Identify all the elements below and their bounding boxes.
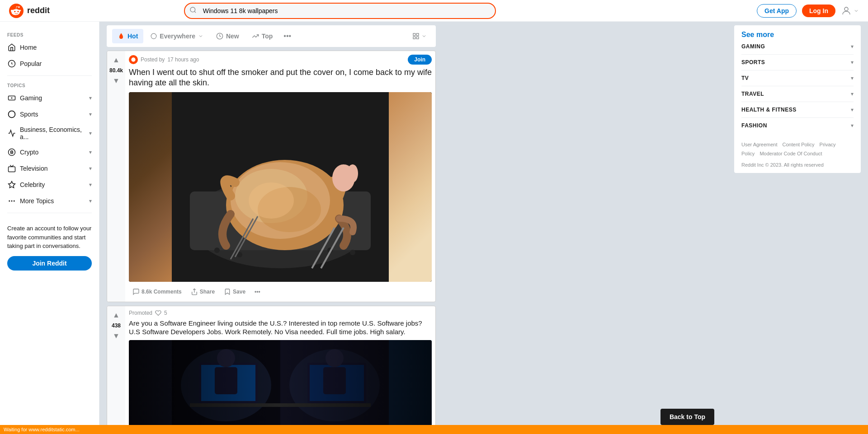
svg-point-14 [14,201,15,201]
sidebar-item-home[interactable]: Home [0,39,99,56]
sidebar-item-more-topics[interactable]: More Topics ▾ [0,193,99,209]
comments-count-1: 8.6k Comments [142,289,182,295]
chevron-down-icon: ▾ [89,95,92,101]
svg-rect-17 [413,33,415,36]
topic-label-gaming: GAMING [741,43,765,50]
vote-column-2: ▲ 438 ▼ [107,306,125,434]
tab-hot[interactable]: Hot [112,29,143,43]
sidebar-item-gaming[interactable]: Gaming ▾ [0,90,99,106]
post-meta-1: Posted by 17 hours ago Join [129,55,432,65]
tab-hot-label: Hot [127,33,138,40]
post-meta-2: Promoted 5 [129,310,432,316]
upvote-button-1[interactable]: ▲ [111,55,122,65]
get-app-button[interactable]: Get App [757,4,797,18]
post-image-1[interactable] [129,92,432,282]
sidebar-business-label: Business, Economics, a... [20,126,85,140]
sidebar-item-business[interactable]: Business, Economics, a... ▾ [0,122,99,144]
chicken-photo [129,92,432,282]
chevron-down-icon-crypto: ▾ [89,149,92,155]
vote-count-2: 438 [112,322,121,329]
topic-item-gaming[interactable]: GAMING ▾ [741,39,854,55]
post-more-button-1[interactable]: ••• [251,286,264,298]
tab-top[interactable]: Top [246,29,278,43]
chevron-down-icon-more: ▾ [89,198,92,204]
join-reddit-button[interactable]: Join Reddit [7,256,92,271]
business-icon [7,129,16,138]
chevron-fashion: ▾ [851,122,854,129]
user-agreement-link[interactable]: User Agreement [741,142,777,147]
sidebar-item-popular[interactable]: Popular [0,56,99,72]
svg-point-44 [181,349,271,421]
topic-item-health[interactable]: HEALTH & FITNESS ▾ [741,102,854,118]
moderator-code-link[interactable]: Moderator Code Of Conduct [760,151,822,156]
sidebar-television-label: Television [20,165,47,172]
vote-count-1: 80.4k [109,67,123,74]
svg-point-49 [289,349,380,421]
svg-point-3 [844,7,848,11]
logo[interactable]: reddit [9,4,50,18]
content-policy-link[interactable]: Content Policy [783,142,815,147]
tab-top-label: Top [262,33,273,40]
topic-item-tv[interactable]: TV ▾ [741,70,854,86]
topic-label-travel: TRAVEL [741,91,764,97]
svg-rect-51 [310,365,364,401]
topic-item-fashion[interactable]: FASHION ▾ [741,118,854,133]
upvote-button-2[interactable]: ▲ [111,310,122,321]
celebrity-icon [7,180,16,189]
svg-point-12 [9,201,10,201]
save-label-1: Save [233,289,245,295]
svg-marker-11 [9,182,15,188]
search-input[interactable] [184,3,496,19]
tab-new[interactable]: New [211,29,245,43]
share-button-1[interactable]: Share [187,285,218,298]
post-title-1[interactable]: When I went out to shut off the smoker a… [129,67,432,89]
ad-image[interactable] [129,340,432,430]
sidebar-sports-label: Sports [20,111,38,118]
post-join-button[interactable]: Join [408,55,432,65]
downvote-button-1[interactable]: ▼ [111,75,122,86]
tab-everywhere[interactable]: Everywhere [145,29,209,43]
sidebar-item-sports[interactable]: Sports ▾ [0,106,99,122]
sports-icon [7,110,16,119]
svg-rect-10 [9,167,15,172]
svg-rect-45 [199,363,258,403]
topic-label-sports: SPORTS [741,59,765,65]
promoted-label: Promoted [129,310,152,316]
downvote-button-2[interactable]: ▼ [111,331,122,341]
status-bar: Waiting for www.redditstatic.com... [0,425,868,434]
feed-more-dots: ••• [283,32,291,40]
svg-rect-53 [323,367,346,394]
topics-list: GAMING ▾ SPORTS ▾ TV ▾ TRAVEL ▾ HEALTH &… [741,39,854,133]
see-more-link[interactable]: See more [741,31,774,38]
sidebar: FEEDS Home Popular TOPICS [0,22,99,434]
view-toggle-button[interactable] [409,30,430,42]
promoted-count: 5 [164,310,167,316]
save-button-1[interactable]: Save [220,285,249,298]
comments-button-1[interactable]: 8.6k Comments [129,285,185,298]
chicken-svg [129,92,432,282]
sidebar-item-celebrity[interactable]: Celebrity ▾ [0,177,99,193]
post-title-2[interactable]: Are you a Software Engineer living outsi… [129,319,432,336]
post-card-1: ▲ 80.4k ▼ Posted by 17 hours ago Join Wh… [107,51,436,302]
topic-label-tv: TV [741,75,749,81]
feed-more-button[interactable]: ••• [280,29,295,43]
back-to-top-button[interactable]: Back to Top [660,409,714,425]
chevron-tv: ▾ [851,75,854,81]
topic-label-fashion: FASHION [741,122,767,129]
sidebar-item-television[interactable]: Television ▾ [0,160,99,177]
topic-item-travel[interactable]: TRAVEL ▾ [741,86,854,102]
feeds-label: FEEDS [0,29,99,39]
sidebar-divider-1 [7,75,92,76]
chevron-sports: ▾ [851,59,854,65]
search-bar [184,3,496,19]
television-icon [7,164,16,173]
svg-point-33 [350,250,355,255]
user-menu-button[interactable] [841,5,859,16]
topic-item-sports[interactable]: SPORTS ▾ [741,55,854,70]
login-button[interactable]: Log In [802,5,835,17]
svg-point-1 [190,7,195,12]
sidebar-item-crypto[interactable]: Crypto ▾ [0,144,99,160]
topics-label: TOPICS [0,79,99,90]
svg-rect-48 [215,367,237,394]
post-actions-1: 8.6k Comments Share Save [129,285,432,298]
